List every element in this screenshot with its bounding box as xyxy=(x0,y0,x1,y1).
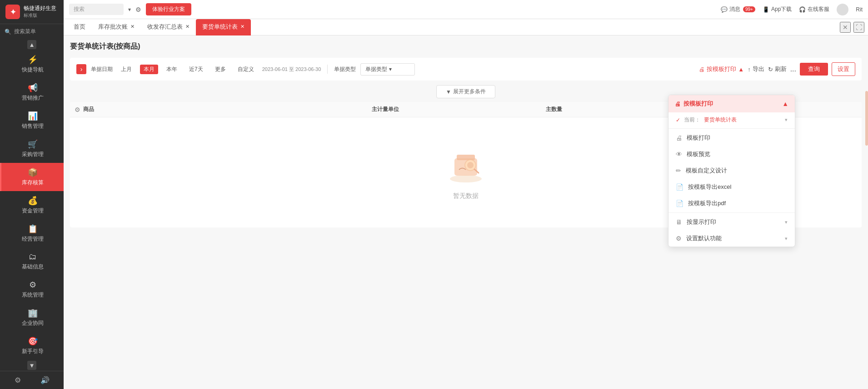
dropdown-divider-1 xyxy=(668,128,795,129)
dropdown-item-set-default[interactable]: ⚙ 设置默认功能 ▾ xyxy=(668,230,795,247)
system-icon: ⚙ xyxy=(29,280,36,290)
filter-expand-btn[interactable]: › xyxy=(76,64,86,74)
topbar-dropdown-arrow[interactable]: ▾ xyxy=(128,6,131,13)
svg-point-0 xyxy=(450,175,482,182)
tab-batch-account[interactable]: 库存批次账 ✕ xyxy=(92,19,141,35)
dropdown-item-display-print[interactable]: 🖥 按显示打印 ▾ xyxy=(668,214,795,230)
sidebar-item-label: 库存核算 xyxy=(22,179,44,187)
print-dropdown-title: 🖨 按模板打印 xyxy=(675,100,713,108)
sidebar-item-system[interactable]: ⚙ 系统管理 xyxy=(0,275,64,303)
expand-more-label: 展开更多条件 xyxy=(453,88,486,96)
dropdown-item-template-preview[interactable]: 👁 模板预览 xyxy=(668,146,795,162)
app-download-item[interactable]: 📱 App下载 xyxy=(763,5,792,13)
sidebar-item-label: 新手引导 xyxy=(22,348,44,355)
sidebar-logo: ✦ 畅捷通好生意 标准版 xyxy=(0,0,64,24)
tab-receipt-summary[interactable]: 收发存汇总表 ✕ xyxy=(141,19,196,35)
sidebar-item-marketing[interactable]: 📢 营销推广 xyxy=(0,78,64,106)
sidebar-scroll-up[interactable]: ▲ xyxy=(27,40,36,49)
print-dropdown-panel: 🖨 按模板打印 ▲ ✓ 当前： 要货单统计表 ▾ 🖨 模板打印 👁 模板预览 xyxy=(668,95,795,247)
date-last-7-days[interactable]: 近7天 xyxy=(185,65,207,74)
sidebar-item-finance[interactable]: 💰 资金管理 xyxy=(0,191,64,219)
sidebar-item-enterprise[interactable]: 🏢 企业协同 xyxy=(0,303,64,332)
template-custom-icon: ✏ xyxy=(676,167,681,174)
sidebar-item-basic[interactable]: 🗂 基础信息 xyxy=(0,248,64,275)
sidebar-nav: ⚡ 快捷导航 📢 营销推广 📊 销售管理 🛒 采购管理 📦 库存核算 💰 资金管… xyxy=(0,50,64,360)
display-print-arrow: ▾ xyxy=(785,219,788,225)
expand-more-btn[interactable]: ▼ 展开更多条件 xyxy=(436,85,495,98)
online-service-item[interactable]: 🎧 在线客服 xyxy=(799,5,829,13)
tab-order-summary[interactable]: 要货单统计表 ✕ xyxy=(196,19,251,35)
filter-right-controls: 🖨 按模板打印 ▲ ↑ 导出 ↻ 刷新 ... 查询 设置 xyxy=(699,62,855,76)
sidebar-item-quick-nav[interactable]: ⚡ 快捷导航 xyxy=(0,50,64,78)
sidebar-item-purchase[interactable]: 🛒 采购管理 xyxy=(0,135,64,163)
sidebar-item-inventory[interactable]: 📦 库存核算 xyxy=(0,163,64,191)
sidebar: ✦ 畅捷通好生意 标准版 🔍 搜索菜单 ▲ ⚡ 快捷导航 📢 营销推广 📊 销售… xyxy=(0,0,64,389)
messages-item[interactable]: 💬 消息 99+ xyxy=(721,5,755,13)
sidebar-item-sales[interactable]: 📊 销售管理 xyxy=(0,106,64,135)
printer-icon-header: 🖨 xyxy=(675,101,681,107)
dropdown-current-item: ✓ 当前： 要货单统计表 ▾ xyxy=(668,112,795,127)
tab-receipt-summary-close[interactable]: ✕ xyxy=(185,24,190,30)
app-name: 畅捷通好生意 xyxy=(24,5,56,12)
finance-icon: 💰 xyxy=(28,196,38,206)
tab-batch-account-label: 库存批次账 xyxy=(98,23,128,31)
template-custom-label: 模板自定义设计 xyxy=(686,167,727,175)
search-label: 搜索菜单 xyxy=(14,28,36,35)
print-dropdown-header: 🖨 按模板打印 ▲ xyxy=(668,95,795,112)
expand-icon: ▼ xyxy=(446,89,451,95)
topbar-gear-icon[interactable]: ⚙ xyxy=(135,6,141,13)
bill-type-select[interactable]: 单据类型 ▾ xyxy=(360,63,415,76)
date-custom[interactable]: 自定义 xyxy=(234,65,258,74)
tab-maximize-btn[interactable]: ⛶ xyxy=(853,22,864,33)
experience-btn[interactable]: 体验行业方案 xyxy=(146,3,191,15)
tabs-bar: 首页 库存批次账 ✕ 收发存汇总表 ✕ 要货单统计表 ✕ ✕ ⛶ xyxy=(64,19,868,35)
tab-home[interactable]: 首页 xyxy=(67,19,92,35)
settings-btn[interactable]: 设置 xyxy=(832,62,855,76)
set-default-left: ⚙ 设置默认功能 xyxy=(676,234,722,242)
dropdown-item-template-pdf[interactable]: 📄 按模板导出pdf xyxy=(668,195,795,212)
sidebar-item-label: 经营管理 xyxy=(22,235,44,243)
sidebar-scroll-down[interactable]: ▼ xyxy=(27,361,36,370)
sound-icon[interactable]: 🔊 xyxy=(40,376,50,384)
user-avatar-item[interactable] xyxy=(837,4,848,15)
sidebar-search[interactable]: 🔍 搜索菜单 xyxy=(0,24,64,39)
refresh-label: 刷新 xyxy=(775,65,787,73)
settings-gear-icon[interactable]: ⚙ xyxy=(15,376,21,384)
table-settings-icon[interactable]: ⚙ xyxy=(75,106,80,113)
current-check-icon: ✓ xyxy=(676,117,680,123)
sidebar-item-label: 资金管理 xyxy=(22,207,44,215)
tab-batch-account-close[interactable]: ✕ xyxy=(130,24,135,30)
export-btn[interactable]: ↑ 导出 xyxy=(748,65,764,73)
date-more[interactable]: 更多 xyxy=(211,65,229,74)
sidebar-item-label: 基础信息 xyxy=(22,263,44,271)
svg-rect-2 xyxy=(457,155,475,160)
online-service-label: 在线客服 xyxy=(808,5,829,13)
dropdown-item-template-excel[interactable]: 📄 按模板导出excel xyxy=(668,179,795,195)
app-download-label: App下载 xyxy=(771,5,792,13)
col-header-unit: 主计量单位 xyxy=(372,106,543,113)
filter-bar: › 单据日期 上月 本月 本年 近7天 更多 自定义 2023-06-01 至 … xyxy=(70,58,862,81)
print-template-btn[interactable]: 🖨 按模板打印 ▲ xyxy=(699,65,744,73)
date-last-month[interactable]: 上月 xyxy=(117,65,135,74)
print-dropdown-close-btn[interactable]: ▲ xyxy=(782,100,788,107)
sidebar-item-guide[interactable]: 🎯 新手引导 xyxy=(0,332,64,360)
template-print-icon: 🖨 xyxy=(676,134,682,141)
date-current-year[interactable]: 本年 xyxy=(163,65,181,74)
tab-order-summary-label: 要货单统计表 xyxy=(202,23,238,31)
dropdown-item-template-print[interactable]: 🖨 模板打印 xyxy=(668,130,795,146)
tab-order-summary-close[interactable]: ✕ xyxy=(240,24,244,30)
sidebar-item-label: 采购管理 xyxy=(22,151,44,158)
search-icon: 🔍 xyxy=(5,29,11,35)
topbar-search[interactable]: 搜索 xyxy=(69,4,124,15)
date-current-month[interactable]: 本月 xyxy=(140,65,158,74)
date-range-display: 2023-06-01 至 2023-06-30 xyxy=(262,66,321,73)
sidebar-item-label: 快捷导航 xyxy=(22,66,44,74)
refresh-btn[interactable]: ↻ 刷新 xyxy=(768,65,787,73)
dropdown-item-template-custom[interactable]: ✏ 模板自定义设计 xyxy=(668,162,795,179)
tabs-right-controls: ✕ ⛶ xyxy=(840,22,864,33)
inventory-icon: 📦 xyxy=(28,167,38,177)
more-options-btn[interactable]: ... xyxy=(790,65,796,73)
sidebar-item-operation[interactable]: 📋 经营管理 xyxy=(0,219,64,248)
tab-close-window-btn[interactable]: ✕ xyxy=(840,22,851,33)
query-btn[interactable]: 查询 xyxy=(800,63,828,76)
